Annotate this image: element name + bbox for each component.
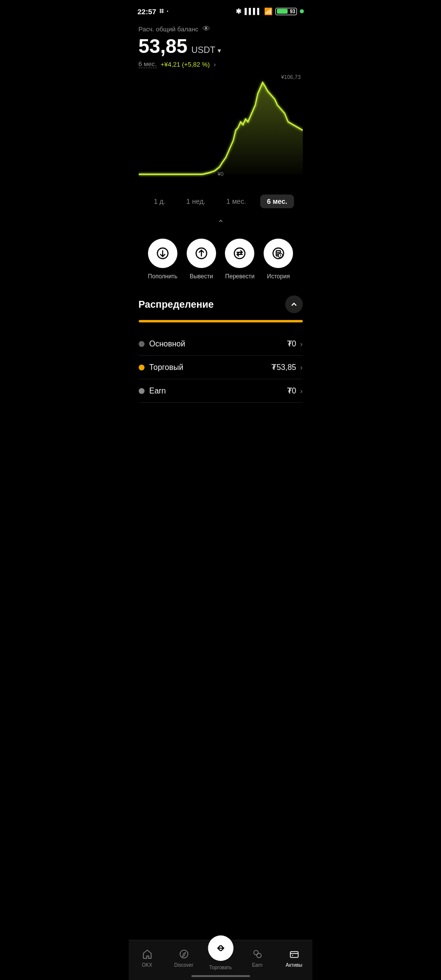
dropdown-arrow: ▾ — [218, 47, 221, 54]
period-btn-1m[interactable]: 1 мес. — [220, 195, 253, 208]
status-time: 22:57 — [138, 7, 156, 16]
status-bar: 22:57 ⌗ · ✱ ▌▌▌▌ 📶 93 — [129, 0, 313, 20]
transfer-button[interactable]: Перевести — [225, 239, 254, 280]
balance-value: 53,85 — [139, 35, 188, 57]
distribution-header: Распределение — [139, 295, 303, 313]
transfer-icon — [233, 247, 246, 260]
history-icon — [272, 247, 285, 260]
main-content: Расч. общий баланс 👁 53,85 USDT ▾ 6 мес.… — [129, 20, 313, 280]
history-label: История — [267, 273, 290, 280]
withdraw-icon — [195, 247, 208, 260]
period-gain: +¥4,21 (+5,82 %) — [161, 61, 210, 68]
dist-item-trading[interactable]: Торговый ₮53,85 › — [139, 356, 303, 379]
chart-container: ¥106,73 ¥0 — [139, 74, 303, 187]
dist-arrow-earn: › — [300, 387, 303, 395]
dist-arrow-trading: › — [300, 363, 303, 371]
svg-point-2 — [235, 248, 245, 259]
status-right: ✱ ▌▌▌▌ 📶 93 — [236, 7, 303, 15]
active-dot — [300, 9, 304, 13]
status-icon: ⌗ — [159, 7, 164, 16]
dist-item-earn[interactable]: Earn ₮0 › — [139, 379, 303, 403]
withdraw-circle — [187, 239, 216, 268]
progress-bar-fill — [139, 320, 303, 322]
distribution-section: Распределение Основной ₮0 › Торговый ₮53… — [129, 295, 313, 447]
period-nav-arrow[interactable]: › — [214, 61, 216, 68]
history-button[interactable]: История — [264, 239, 293, 280]
dist-dot-earn — [139, 388, 145, 394]
deposit-label: Пополнить — [148, 273, 177, 280]
price-chart — [139, 74, 303, 187]
eye-icon[interactable]: 👁 — [202, 24, 210, 33]
dist-arrow-main: › — [300, 340, 303, 348]
period-label[interactable]: 6 мес. — [139, 60, 157, 68]
chart-max-label: ¥106,73 — [281, 74, 301, 80]
dist-name-earn: Earn — [149, 387, 166, 395]
signal-icon: ▌▌▌▌ — [245, 8, 261, 15]
battery-icon: 93 — [275, 8, 296, 15]
collapse-icon — [290, 300, 298, 308]
wifi-icon: 📶 — [264, 7, 272, 15]
withdraw-button[interactable]: Вывести — [187, 239, 216, 280]
history-circle — [264, 239, 293, 268]
status-dot: · — [167, 7, 169, 15]
chevron-up-icon[interactable]: ⌃ — [217, 218, 224, 229]
withdraw-label: Вывести — [190, 273, 213, 280]
dist-item-main[interactable]: Основной ₮0 › — [139, 332, 303, 356]
dist-name-main: Основной — [149, 340, 185, 348]
distribution-progress-bar — [139, 320, 303, 322]
dist-dot-trading — [139, 365, 145, 370]
period-buttons: 1 д. 1 нед. 1 мес. 6 мес. — [139, 195, 303, 208]
chevron-row[interactable]: ⌃ — [139, 218, 303, 229]
deposit-icon — [156, 247, 169, 260]
balance-label: Расч. общий баланс 👁 — [139, 24, 303, 33]
dist-value-earn: ₮0 — [287, 386, 296, 395]
period-btn-1d[interactable]: 1 д. — [147, 195, 172, 208]
status-left: 22:57 ⌗ · — [138, 7, 169, 16]
dist-value-trading: ₮53,85 — [271, 363, 296, 372]
action-buttons: Пополнить Вывести Перевести — [139, 239, 303, 280]
period-btn-1w[interactable]: 1 нед. — [179, 195, 212, 208]
balance-currency[interactable]: USDT ▾ — [192, 45, 221, 55]
transfer-circle — [225, 239, 254, 268]
battery-level: 93 — [290, 9, 295, 14]
distribution-title: Распределение — [139, 299, 214, 310]
collapse-button[interactable] — [285, 295, 303, 313]
deposit-circle — [148, 239, 177, 268]
dist-dot-main — [139, 341, 145, 347]
bluetooth-icon: ✱ — [236, 7, 242, 15]
deposit-button[interactable]: Пополнить — [148, 239, 177, 280]
transfer-label: Перевести — [225, 273, 255, 280]
balance-amount: 53,85 USDT ▾ — [139, 35, 303, 57]
dist-value-main: ₮0 — [287, 339, 296, 348]
period-btn-6m[interactable]: 6 мес. — [260, 195, 294, 208]
chart-zero-label: ¥0 — [218, 171, 223, 177]
dist-name-trading: Торговый — [149, 363, 184, 372]
period-row[interactable]: 6 мес. +¥4,21 (+5,82 %) › — [139, 60, 303, 68]
